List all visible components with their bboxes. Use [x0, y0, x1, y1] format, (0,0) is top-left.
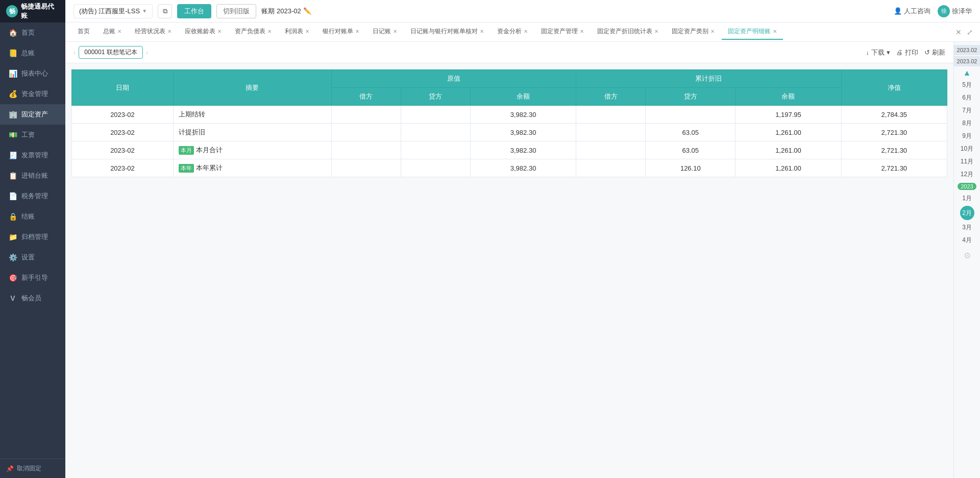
tab-bank-statement[interactable]: 银行对账单 ✕: [316, 24, 365, 40]
month-10[interactable]: 10月: [954, 142, 980, 155]
tab-profit-close[interactable]: ✕: [305, 29, 309, 34]
tab-profit-label: 利润表: [285, 27, 303, 36]
sidebar-item-reports[interactable]: 📊 报表中心: [0, 63, 65, 84]
cell-accum-balance: 1,261.00: [736, 141, 841, 159]
tab-fixed-mgmt-close[interactable]: ✕: [580, 29, 584, 34]
tab-depreciation-stats[interactable]: 固定资产折旧统计表 ✕: [591, 24, 665, 40]
close-ledger-icon: 🔒: [8, 212, 17, 221]
tab-depreciation-stats-close[interactable]: ✕: [654, 29, 658, 34]
main-area: (劝告) 江西服里-LSS ▼ ⧉ 工作台 切到旧版 账期 2023-02 ✏️…: [65, 0, 980, 478]
th-orig-credit: 贷方: [401, 88, 470, 106]
tab-journal-close[interactable]: ✕: [393, 29, 397, 34]
tab-journal[interactable]: 日记账 ✕: [366, 24, 403, 40]
sidebar-nav: 🏠 首页 📒 总账 📊 报表中心 💰 资金管理 🏢 固定资产 💵 工资 🧾 发票…: [0, 22, 65, 459]
sidebar-item-ledger[interactable]: 📒 总账: [0, 43, 65, 63]
tab-balance-sheet-close[interactable]: ✕: [267, 29, 272, 34]
tab-ledger[interactable]: 总账 ✕: [97, 24, 128, 40]
next-arrow[interactable]: ›: [146, 49, 148, 56]
work-table-button[interactable]: 工作台: [177, 4, 211, 18]
tab-fund-analysis[interactable]: 资金分析 ✕: [491, 24, 534, 40]
tab-business-status-close[interactable]: ✕: [167, 29, 172, 34]
invoice-icon: 🧾: [8, 151, 17, 159]
th-original-value: 原值: [331, 70, 576, 88]
tab-journal-bank-label: 日记账与银行对账单核对: [410, 27, 478, 36]
tab-home[interactable]: 首页: [71, 24, 96, 40]
month-2-active[interactable]: 2月: [960, 206, 974, 220]
service-button[interactable]: 👤 人工咨询: [894, 7, 930, 16]
scroll-up-btn[interactable]: ▲: [963, 67, 971, 79]
sidebar-item-fixed-assets[interactable]: 🏢 固定资产: [0, 104, 65, 125]
tab-journal-bank[interactable]: 日记账与银行对账单核对 ✕: [404, 24, 490, 40]
sidebar-item-label: 归档管理: [21, 232, 48, 242]
sidebar-item-invoice[interactable]: 🧾 发票管理: [0, 145, 65, 165]
prev-arrow[interactable]: ‹: [74, 49, 76, 56]
print-button[interactable]: 🖨 打印: [896, 48, 918, 57]
payroll-icon: 💵: [8, 131, 17, 139]
sidebar-unpin-btn[interactable]: 📌 取消固定: [0, 459, 65, 478]
month-12[interactable]: 12月: [954, 168, 980, 181]
sidebar-item-funds[interactable]: 💰 资金管理: [0, 84, 65, 104]
tab-fixed-category-close[interactable]: ✕: [710, 29, 715, 34]
tab-receivables[interactable]: 应收账龄表 ✕: [179, 24, 228, 40]
refresh-button[interactable]: ↺ 刷新: [924, 48, 945, 57]
home-icon: 🏠: [8, 29, 17, 37]
month-11[interactable]: 11月: [954, 155, 980, 168]
sidebar-item-guide[interactable]: 🎯 新手引导: [0, 268, 65, 288]
cell-net-value: 2,721.30: [841, 141, 947, 159]
th-date: 日期: [72, 70, 174, 106]
cell-net-value: 2,721.30: [841, 159, 947, 177]
month-3[interactable]: 3月: [954, 221, 980, 234]
sidebar-item-close[interactable]: 🔒 结账: [0, 206, 65, 227]
sidebar-item-label: 总账: [21, 49, 35, 58]
month-1[interactable]: 1月: [954, 192, 980, 205]
tab-bank-statement-close[interactable]: ✕: [355, 29, 359, 34]
tab-fixed-category[interactable]: 固定资产类别 ✕: [666, 24, 721, 40]
fixed-assets-icon: 🏢: [8, 110, 17, 118]
tab-fixed-mgmt[interactable]: 固定资产管理 ✕: [535, 24, 590, 40]
tab-close-all-btn[interactable]: ✕: [954, 27, 963, 37]
sidebar-item-label: 设置: [21, 253, 35, 262]
tab-fixed-mgmt-label: 固定资产管理: [541, 27, 578, 36]
cell-orig-balance: 3,982.30: [470, 159, 576, 177]
switch-old-button[interactable]: 切到旧版: [216, 4, 256, 18]
tab-balance-sheet[interactable]: 资产负债表 ✕: [229, 24, 278, 40]
sidebar-item-sales-ledger[interactable]: 📋 进销台账: [0, 165, 65, 186]
month-8[interactable]: 8月: [954, 117, 980, 130]
cell-accum-credit: 63.05: [646, 124, 736, 141]
tab-expand-btn[interactable]: ⤢: [966, 27, 974, 37]
month-9[interactable]: 9月: [954, 130, 980, 142]
month-5[interactable]: 5月: [954, 79, 980, 91]
cell-orig-balance: 3,982.30: [470, 106, 576, 124]
tab-ledger-close[interactable]: ✕: [117, 29, 121, 34]
tab-journal-bank-close[interactable]: ✕: [480, 29, 484, 34]
th-accum-balance: 余额: [736, 88, 841, 106]
sidebar-item-archive[interactable]: 📁 归档管理: [0, 227, 65, 247]
panel-settings-icon[interactable]: ⚙: [964, 249, 971, 262]
month-6[interactable]: 6月: [954, 91, 980, 104]
tab-fixed-detail[interactable]: 固定资产明细账 ✕: [722, 24, 783, 40]
sidebar-item-payroll[interactable]: 💵 工资: [0, 125, 65, 145]
company-selector[interactable]: (劝告) 江西服里-LSS ▼: [74, 4, 153, 18]
user-info[interactable]: 徐 徐泽华: [938, 5, 972, 17]
month-4[interactable]: 4月: [954, 234, 980, 247]
tab-fund-analysis-close[interactable]: ✕: [524, 29, 528, 34]
row-tag: 本年: [179, 164, 194, 173]
period-edit-icon[interactable]: ✏️: [303, 7, 311, 15]
copy-button[interactable]: ⧉: [158, 4, 172, 18]
tab-fixed-detail-close[interactable]: ✕: [773, 29, 777, 34]
cell-accum-balance: 1,197.95: [736, 106, 841, 124]
month-7[interactable]: 7月: [954, 104, 980, 117]
sidebar-logo: 畅 畅捷通易代账: [0, 0, 65, 22]
tab-receivables-close[interactable]: ✕: [217, 29, 222, 34]
tab-profit[interactable]: 利润表 ✕: [279, 24, 315, 40]
sidebar-item-settings[interactable]: ⚙️ 设置: [0, 247, 65, 268]
breadcrumb-item[interactable]: 000001 联想笔记本: [79, 46, 142, 59]
topbar: (劝告) 江西服里-LSS ▼ ⧉ 工作台 切到旧版 账期 2023-02 ✏️…: [65, 0, 980, 22]
sidebar-item-tax[interactable]: 📄 税务管理: [0, 186, 65, 206]
tab-business-status[interactable]: 经营状况表 ✕: [129, 24, 178, 40]
data-table: 日期 摘要 原值 累计折旧 净值 借方 贷方 余额 借方 贷方 余额: [71, 69, 947, 177]
sidebar-item-home[interactable]: 🏠 首页: [0, 22, 65, 43]
download-button[interactable]: ↓ 下载 ▾: [866, 48, 891, 57]
cell-orig-debit: [331, 106, 401, 124]
sidebar-item-member[interactable]: V 畅会员: [0, 288, 65, 308]
